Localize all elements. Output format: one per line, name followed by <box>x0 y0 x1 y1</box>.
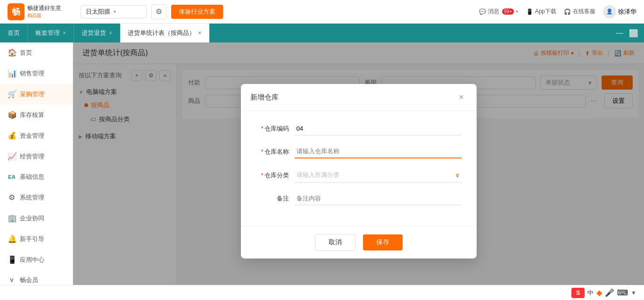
sidebar-item-guide[interactable]: 🔔 新手引导 <box>0 229 73 250</box>
sidebar-item-inventory[interactable]: 📦 库存核算 <box>0 105 73 125</box>
tab-purchase-return[interactable]: 进货退货 × <box>74 24 120 42</box>
dialog-header: 新增仓库 × <box>241 84 477 111</box>
chinese-input-label: 中 <box>587 289 594 297</box>
form-row-category: *仓库分类 请输入所属分类 ∨ <box>256 168 462 183</box>
online-service-item[interactable]: 🎧 在线客服 <box>564 8 595 16</box>
apps-icon: 📱 <box>8 255 16 264</box>
tab-account[interactable]: 账套管理 × <box>28 24 74 42</box>
message-icon: 💬 <box>479 8 486 15</box>
s-logo: S <box>571 288 585 298</box>
category-arrow-icon: ∨ <box>455 171 460 179</box>
enterprise-icon: 🏢 <box>8 214 16 223</box>
category-placeholder: 请输入所属分类 <box>297 171 339 179</box>
experience-button[interactable]: 体验行业方案 <box>171 5 223 19</box>
form-row-name: *仓库名称 <box>256 145 462 158</box>
dialog-body: *仓库编码 *仓库名称 *仓库分类 <box>241 111 477 226</box>
tab-purchase-stats[interactable]: 进货单统计表（按商品） × <box>120 24 209 42</box>
code-label: *仓库编码 <box>256 125 289 133</box>
tab-close-account[interactable]: × <box>63 30 66 36</box>
sidebar-item-enterprise[interactable]: 🏢 企业协同 <box>0 208 73 229</box>
tab-bar: 首页 账套管理 × 进货退货 × 进货单统计表（按商品） × — ⬜ <box>0 24 644 42</box>
remark-label: 备注 <box>256 194 289 203</box>
header-right: 💬 消息 99+ + 📱 App下载 🎧 在线客服 👤 徐泽华 <box>479 5 636 18</box>
system-icon: ⚙ <box>8 193 16 202</box>
tab-home[interactable]: 首页 <box>0 24 28 42</box>
settings-icon[interactable]: ⚙ <box>151 4 166 19</box>
guide-icon: 🔔 <box>8 234 16 243</box>
purchase-icon: 🛒 <box>8 90 16 99</box>
dialog-close-button[interactable]: × <box>456 92 467 103</box>
form-row-remark: 备注 <box>256 192 462 205</box>
mobile-icon: 📱 <box>526 8 533 15</box>
form-row-code: *仓库编码 <box>256 122 462 135</box>
sidebar-item-apps[interactable]: 📱 应用中心 <box>0 250 73 270</box>
headset-icon: 🎧 <box>564 8 571 15</box>
logo-text: 畅捷通好生意 精品版 <box>27 4 61 19</box>
sales-icon: 📊 <box>8 69 16 78</box>
sidebar-item-sales[interactable]: 📊 销售管理 <box>0 63 73 84</box>
new-warehouse-dialog: 新增仓库 × *仓库编码 *仓库名称 <box>241 84 477 258</box>
logo-area: 畅 畅捷通好生意 精品版 <box>8 3 81 20</box>
keyboard-icon[interactable]: ⌨ <box>617 288 628 297</box>
top-header: 畅 畅捷通好生意 精品版 日太阳膜 ▾ ⚙ 体验行业方案 💬 消息 99+ + … <box>0 0 644 24</box>
tab-minimize-icon[interactable]: — <box>614 27 625 39</box>
status-bar: S 中 ◆ 🎤 ⌨ ▼ <box>0 285 644 300</box>
plus-icon: + <box>516 9 519 14</box>
dialog-footer: 取消 保存 <box>241 226 477 258</box>
sidebar: 🏠 首页 📊 销售管理 🛒 采购管理 📦 库存核算 💰 资金管理 📈 经营管理 … <box>0 42 73 300</box>
tab-close-purchase-return[interactable]: × <box>109 30 112 36</box>
cancel-button[interactable]: 取消 <box>315 234 355 251</box>
mic-icon[interactable]: 🎤 <box>605 288 614 297</box>
messages-item[interactable]: 💬 消息 99+ + <box>479 8 519 16</box>
sidebar-item-system[interactable]: ⚙ 系统管理 <box>0 187 73 208</box>
remark-input[interactable] <box>295 192 462 205</box>
category-label: *仓库分类 <box>256 171 289 180</box>
sidebar-item-operation[interactable]: 📈 经营管理 <box>0 146 73 167</box>
sidebar-item-home[interactable]: 🏠 首页 <box>0 42 73 63</box>
modal-overlay: 新增仓库 × *仓库编码 *仓库名称 <box>73 42 644 300</box>
basic-info-icon: EA <box>8 174 16 180</box>
name-input[interactable] <box>295 145 462 158</box>
tab-actions: — ⬜ <box>610 24 644 42</box>
operation-icon: 📈 <box>8 152 16 161</box>
dialog-title: 新增仓库 <box>250 93 279 102</box>
vip-icon: V <box>8 277 16 283</box>
home-icon: 🏠 <box>8 48 16 57</box>
store-selector[interactable]: 日太阳膜 ▾ <box>81 5 147 18</box>
user-info[interactable]: 👤 徐泽华 <box>603 5 636 18</box>
content-area: 进货单统计(按商品) 🖨 按模板打印 ▾ | ⬆ 导出 | 🔄 刷新 <box>73 42 644 300</box>
avatar: 👤 <box>603 5 616 18</box>
logo-icon: 畅 <box>8 3 25 20</box>
sidebar-item-purchase[interactable]: 🛒 采购管理 <box>0 84 73 105</box>
app-download-item[interactable]: 📱 App下载 <box>526 8 556 16</box>
menu-arrow-icon[interactable]: ▼ <box>631 290 636 296</box>
code-input[interactable] <box>295 122 462 135</box>
message-badge: 99+ <box>502 8 514 15</box>
sidebar-item-basic-info[interactable]: EA 基础信息 <box>0 167 73 187</box>
name-label: *仓库名称 <box>256 148 289 156</box>
category-select[interactable]: 请输入所属分类 ∨ <box>295 168 462 183</box>
save-button[interactable]: 保存 <box>363 234 403 250</box>
tab-maximize-icon[interactable]: ⬜ <box>627 27 640 40</box>
tab-close-purchase-stats[interactable]: × <box>198 30 201 36</box>
inventory-icon: 📦 <box>8 110 16 119</box>
dot-icon: ◆ <box>596 288 602 297</box>
sidebar-item-finance[interactable]: 💰 资金管理 <box>0 125 73 146</box>
main-layout: 🏠 首页 📊 销售管理 🛒 采购管理 📦 库存核算 💰 资金管理 📈 经营管理 … <box>0 42 644 300</box>
store-arrow-icon: ▾ <box>114 9 141 14</box>
finance-icon: 💰 <box>8 131 16 140</box>
